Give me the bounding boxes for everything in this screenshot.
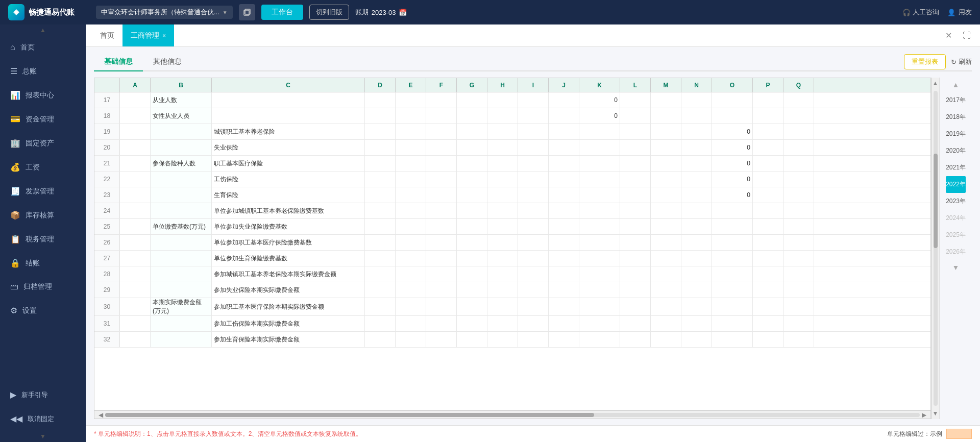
cell-m[interactable] (651, 235, 681, 250)
cell-e[interactable] (396, 235, 426, 250)
cell-b[interactable] (151, 187, 212, 203)
cell-c[interactable]: 城镇职工基本养老保险 (212, 124, 365, 139)
cell-m[interactable] (651, 219, 681, 234)
cell-o[interactable]: 0 (712, 171, 753, 187)
cell-e[interactable] (396, 203, 426, 218)
cell-k[interactable] (579, 219, 620, 234)
cell-f[interactable] (426, 108, 457, 124)
cell-n[interactable] (681, 156, 712, 171)
cell-g[interactable] (457, 332, 487, 347)
cell-q[interactable] (783, 316, 814, 331)
cell-c[interactable]: 单位参加生育保险缴费基数 (212, 251, 365, 266)
cell-k[interactable] (579, 203, 620, 218)
cell-d[interactable] (365, 251, 396, 266)
cell-m[interactable] (651, 298, 681, 315)
tab-expand-button[interactable]: ⛶ (960, 29, 974, 43)
refresh-button[interactable]: ↻ 刷新 (951, 54, 972, 69)
cell-i[interactable] (518, 171, 549, 187)
cell-k[interactable] (579, 124, 620, 139)
cell-i[interactable] (518, 92, 549, 108)
cell-h[interactable] (487, 282, 518, 298)
cell-b[interactable]: 本期实际缴费金额(万元) (151, 298, 212, 315)
cell-e[interactable] (396, 140, 426, 155)
table-row[interactable]: 25 单位缴费基数(万元) 单位参加失业保险缴费基数 (94, 219, 930, 235)
cell-q[interactable] (783, 124, 814, 139)
cell-l[interactable] (620, 124, 651, 139)
year-panel-up[interactable]: ▲ (940, 78, 972, 92)
cell-f[interactable] (426, 332, 457, 347)
cell-f[interactable] (426, 266, 457, 282)
cell-n[interactable] (681, 203, 712, 218)
cell-p[interactable] (753, 298, 783, 315)
cell-b[interactable] (151, 124, 212, 139)
sidebar-item-inventory[interactable]: 📦 库存核算 (0, 203, 86, 227)
tab-close-icon[interactable]: × (162, 32, 166, 39)
cell-d[interactable] (365, 282, 396, 298)
cell-c[interactable]: 生育保险 (212, 187, 365, 203)
tab-home[interactable]: 首页 (92, 24, 122, 46)
cell-q[interactable] (783, 92, 814, 108)
cell-f[interactable] (426, 219, 457, 234)
cell-f[interactable] (426, 187, 457, 203)
cell-c[interactable]: 单位参加城镇职工基本养老保险缴费基数 (212, 203, 365, 218)
cell-f[interactable] (426, 124, 457, 139)
cell-b[interactable] (151, 171, 212, 187)
cell-p[interactable] (753, 235, 783, 250)
table-row[interactable]: 23 生育保险 0 (94, 187, 930, 203)
cell-f[interactable] (426, 235, 457, 250)
cell-j[interactable] (549, 92, 579, 108)
cell-c[interactable]: 工伤保险 (212, 171, 365, 187)
cell-a[interactable] (120, 266, 151, 282)
sidebar-item-assets[interactable]: 🏢 固定资产 (0, 131, 86, 155)
cell-h[interactable] (487, 219, 518, 234)
cell-l[interactable] (620, 266, 651, 282)
cell-a[interactable] (120, 235, 151, 250)
cell-n[interactable] (681, 266, 712, 282)
cell-m[interactable] (651, 203, 681, 218)
cell-k[interactable] (579, 140, 620, 155)
cell-i[interactable] (518, 156, 549, 171)
cell-m[interactable] (651, 282, 681, 298)
cell-i[interactable] (518, 124, 549, 139)
sidebar-item-salary[interactable]: 💰 工资 (0, 155, 86, 179)
cell-h[interactable] (487, 171, 518, 187)
sidebar-item-invoice[interactable]: 🧾 发票管理 (0, 179, 86, 203)
cell-p[interactable] (753, 282, 783, 298)
cell-g[interactable] (457, 235, 487, 250)
table-row[interactable]: 24 单位参加城镇职工基本养老保险缴费基数 (94, 203, 930, 219)
cell-c[interactable]: 失业保险 (212, 140, 365, 155)
year-item[interactable]: 2026年 (946, 243, 966, 260)
cell-e[interactable] (396, 316, 426, 331)
cell-a[interactable] (120, 140, 151, 155)
cell-g[interactable] (457, 219, 487, 234)
cell-b[interactable] (151, 266, 212, 282)
cell-c[interactable]: 参加工伤保险本期实际缴费金额 (212, 316, 365, 331)
cell-g[interactable] (457, 298, 487, 315)
cell-f[interactable] (426, 140, 457, 155)
cell-p[interactable] (753, 140, 783, 155)
cell-a[interactable] (120, 298, 151, 315)
cell-p[interactable] (753, 92, 783, 108)
cell-i[interactable] (518, 140, 549, 155)
cell-q[interactable] (783, 219, 814, 234)
cell-h[interactable] (487, 298, 518, 315)
cell-d[interactable] (365, 124, 396, 139)
sidebar-item-home[interactable]: ⌂ 首页 (0, 36, 86, 59)
cell-e[interactable] (396, 282, 426, 298)
cell-b[interactable] (151, 203, 212, 218)
cell-o[interactable] (712, 298, 753, 315)
cell-a[interactable] (120, 187, 151, 203)
cell-d[interactable] (365, 298, 396, 315)
sidebar-item-unpin[interactable]: ◀◀ 取消固定 (0, 407, 86, 431)
cell-j[interactable] (549, 332, 579, 347)
cell-n[interactable] (681, 171, 712, 187)
cell-d[interactable] (365, 266, 396, 282)
cell-j[interactable] (549, 298, 579, 315)
cell-c[interactable] (212, 108, 365, 124)
cell-b[interactable] (151, 316, 212, 331)
cell-q[interactable] (783, 108, 814, 124)
cell-j[interactable] (549, 219, 579, 234)
cell-n[interactable] (681, 251, 712, 266)
sidebar-item-close[interactable]: 🔒 结账 (0, 251, 86, 275)
cell-b[interactable]: 参保各险种人数 (151, 156, 212, 171)
